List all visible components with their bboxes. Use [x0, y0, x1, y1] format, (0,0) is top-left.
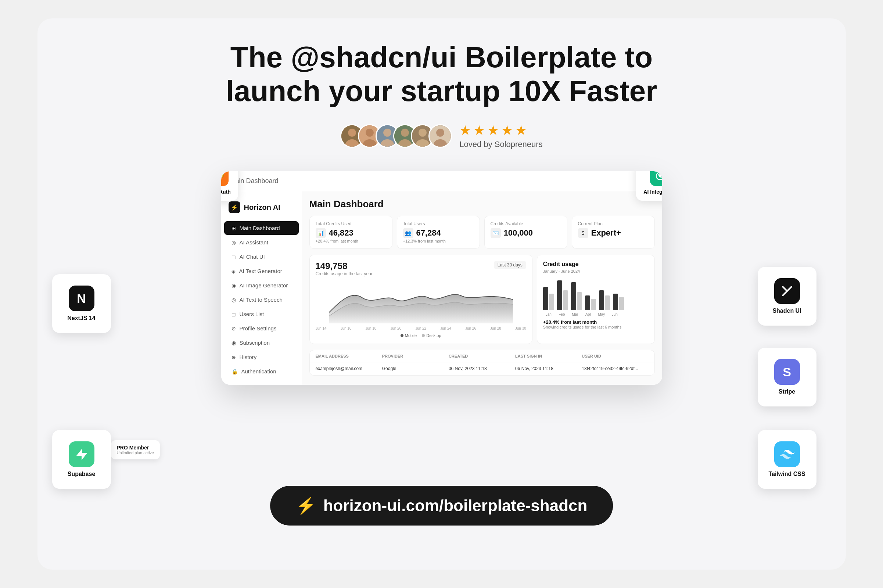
bar-dark-mar [571, 282, 576, 310]
svg-point-1 [348, 129, 356, 137]
bar-chart [543, 277, 649, 310]
sidebar-label-ai-chat: AI Chat UI [240, 254, 265, 260]
dashboard-area: N NextJS 14 Supabase Shadcn UI [37, 171, 846, 570]
stat-label-current-plan: Current Plan [578, 221, 649, 226]
stat-icon-users: 👥 [403, 228, 414, 238]
col-header-last-sign: LAST SIGN IN [515, 354, 582, 358]
headline-line1: The @shadcn/ui Boilerplate to [230, 41, 653, 74]
sidebar-item-ai-text-gen[interactable]: ◈ AI Text Generator [224, 264, 299, 278]
social-proof: ★ ★ ★ ★ ★ Loved by Solopreneurs [340, 123, 543, 149]
sidebar-icon-profile-settings: ⊙ [231, 326, 236, 332]
x-label: Jun 24 [440, 326, 451, 330]
sidebar: ⚡ Horizon AI ⊞ Main Dashboard ◎ AI Assis… [221, 191, 302, 385]
sidebar-item-ai-image-gen[interactable]: ◉ AI Image Generator [224, 279, 299, 292]
star: ★ [487, 123, 499, 138]
stat-value-credits-used: 46,823 [329, 228, 354, 238]
brand-icon: ⚡ [229, 201, 240, 213]
shadcn-label: Shadcn UI [772, 308, 801, 314]
stat-change-credits-used: +20.4% from last month [316, 239, 386, 243]
bar-dark-may [599, 290, 604, 310]
bar-dark-apr [585, 296, 590, 310]
sidebar-item-subscription[interactable]: ◉ Subscription [224, 336, 299, 350]
ai-integration-badge: AI Integration [636, 171, 662, 201]
sidebar-icon-dashboard: ⊞ [231, 225, 236, 231]
chart-period[interactable]: Last 30 days [494, 261, 526, 269]
svg-point-13 [418, 129, 427, 137]
sidebar-item-main-dashboard[interactable]: ⊞ Main Dashboard [224, 221, 299, 235]
chart-main-value: 149,758 [316, 261, 373, 271]
sidebar-item-history[interactable]: ⊕ History [224, 350, 299, 364]
sidebar-label-ai-assistant: AI Assistant [240, 239, 268, 246]
chart-subtitle: Credits usage in the last year [316, 271, 373, 276]
page-wrapper: The @shadcn/ui Boilerplate to launch you… [37, 18, 846, 570]
bar-group-may [599, 290, 610, 310]
stat-icon-envelope: ✉️ [490, 228, 501, 238]
svg-point-4 [366, 129, 374, 137]
stat-label-total-users: Total Users [403, 221, 474, 226]
credit-chart-card: Credit usage January - June 2024 [537, 255, 655, 344]
sidebar-icon-history: ⊕ [231, 354, 236, 360]
sidebar-icon-auth: 🔒 [231, 369, 238, 375]
sidebar-icon-subscription: ◉ [231, 340, 236, 346]
stat-value-current-plan: Expert+ [591, 228, 621, 238]
table-header: EMAIL ADDRESS PROVIDER CREATED LAST SIGN… [310, 350, 654, 362]
legend-dot-mobile [400, 334, 403, 337]
nextjs-card: N NextJS 14 [52, 274, 111, 333]
user-auth-badge: 🔑 User Auth [221, 171, 238, 201]
cta-bar[interactable]: ⚡ horizon-ui.com/boilerplate-shadcn [270, 486, 613, 525]
x-label: Jun 22 [415, 326, 426, 330]
sidebar-item-ai-assistant[interactable]: ◎ AI Assistant [224, 236, 299, 249]
user-auth-label: User Auth [221, 189, 231, 195]
sidebar-item-auth[interactable]: 🔒 Authentication [224, 364, 299, 378]
stripe-icon: S [774, 359, 800, 385]
x-label: Jun 20 [390, 326, 401, 330]
sidebar-label-subscription: Subscription [240, 340, 270, 346]
stat-card-current-plan: Current Plan $ Expert+ [572, 216, 655, 249]
sidebar-item-profile-settings[interactable]: ⊙ Profile Settings [224, 322, 299, 335]
credit-note: Showing credits usage for the last 6 mon… [543, 325, 649, 329]
pro-badge-title: PRO Member [117, 445, 154, 450]
cell-provider: Google [382, 366, 449, 371]
sidebar-label-ai-tts: AI Text to Speech [240, 297, 283, 303]
cell-last-sign: 06 Nov, 2023 11:18 [515, 366, 582, 371]
stat-card-total-users: Total Users 👥 67,284 +12.3% from last mo… [397, 216, 480, 249]
dashboard-header: Main Dashboard [221, 171, 662, 191]
star: ★ [501, 123, 513, 138]
main-chart-card: 149,758 Credits usage in the last year L… [309, 255, 532, 344]
table-section: EMAIL ADDRESS PROVIDER CREATED LAST SIGN… [309, 350, 655, 376]
area-chart [316, 279, 526, 323]
sidebar-icon-ai-assistant: ◎ [231, 240, 236, 246]
bar-group-feb [557, 280, 568, 310]
headline: The @shadcn/ui Boilerplate to launch you… [226, 40, 657, 108]
stat-card-credits-available: Credits Available ✉️ 100,000 [484, 216, 567, 249]
bar-dark-jan [543, 287, 548, 310]
dashboard-window: 🔑 User Auth AI Integration Main Dashboar… [221, 171, 662, 385]
tailwind-label: Tailwind CSS [768, 471, 805, 477]
tailwind-card: Tailwind CSS [758, 430, 817, 489]
x-label: Jun 30 [515, 326, 526, 330]
col-header-provider: PROVIDER [382, 354, 449, 358]
pro-member-badge: PRO Member Unlimited plan active [111, 440, 160, 459]
user-auth-icon: 🔑 [221, 171, 229, 186]
headline-line2: launch your startup 10X Faster [226, 75, 657, 107]
sidebar-label-auth: Authentication [241, 368, 276, 375]
sidebar-icon-ai-text-gen: ◈ [231, 268, 235, 274]
svg-point-10 [401, 129, 409, 137]
ai-integration-icon [650, 171, 662, 186]
sidebar-item-ai-tts[interactable]: ◎ AI Text to Speech [224, 293, 299, 306]
cell-email: examplejosh@mail.com [316, 366, 382, 371]
sidebar-item-users-list[interactable]: ◻ Users List [224, 307, 299, 321]
sidebar-label-users-list: Users List [240, 311, 264, 317]
svg-point-16 [436, 129, 444, 137]
bar-group-jun [613, 294, 624, 310]
sidebar-label-profile-settings: Profile Settings [240, 325, 277, 332]
bar-group-mar [571, 282, 582, 310]
sidebar-item-ai-chat[interactable]: ◻ AI Chat UI [224, 250, 299, 264]
bar-chart-labels: Jan Feb Mar Apr May Jun [543, 312, 649, 316]
tailwind-icon [774, 441, 800, 467]
chart-legend: Mobile Desktop [316, 333, 526, 338]
brand-name: Horizon AI [244, 203, 280, 212]
credit-change: +20.4% from last month [543, 320, 649, 325]
sidebar-icon-ai-tts: ◎ [231, 297, 236, 303]
cell-uid: 13f42fc419-ce32-49fc-92df... [582, 366, 648, 371]
